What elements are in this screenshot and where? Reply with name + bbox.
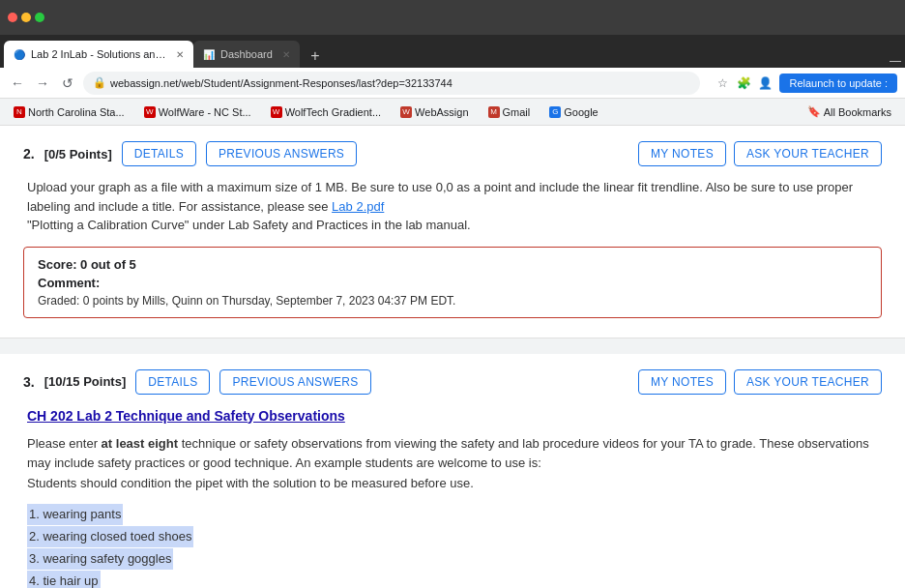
bookmark-webassign[interactable]: W WebAssign — [394, 104, 474, 120]
profile-icon[interactable]: 👤 — [756, 74, 774, 92]
question-2-my-notes-button[interactable]: MY NOTES — [638, 141, 726, 166]
question-3-details-button[interactable]: DETAILS — [135, 369, 210, 395]
observations-description: Please enter at least eight technique or… — [27, 434, 882, 494]
question-2-header: 2. [0/5 Points] DETAILS PREVIOUS ANSWERS… — [23, 141, 882, 166]
forward-button[interactable]: → — [33, 74, 52, 93]
question-2-body: Upload your graph as a file with a maxim… — [27, 178, 882, 235]
google-icon: G — [549, 106, 561, 118]
question-2-prev-answers-button[interactable]: PREVIOUS ANSWERS — [206, 141, 357, 166]
bookmark-google[interactable]: G Google — [543, 104, 603, 120]
answer-item-3: 3. wearing safety goggles — [27, 548, 173, 570]
question-2-number: 2. — [23, 146, 35, 162]
bookmark-star-icon[interactable]: ☆ — [714, 74, 731, 92]
bookmarks-folder-icon: 🔖 — [807, 105, 821, 118]
bookmark-gmail[interactable]: M Gmail — [482, 104, 537, 120]
question-3-block: 3. [10/15 Points] DETAILS PREVIOUS ANSWE… — [0, 354, 905, 589]
refresh-button[interactable]: ↺ — [58, 74, 77, 93]
question-3-body: CH 202 Lab 2 Technique and Safety Observ… — [27, 406, 882, 589]
relaunch-button[interactable]: Relaunch to update : — [779, 74, 897, 93]
bookmark-wolftech[interactable]: W WolfTech Gradient... — [265, 104, 387, 120]
tab2-close-icon[interactable]: ✕ — [282, 49, 290, 60]
answer-list: 1. wearing pants 2. wearing closed toed … — [27, 504, 882, 588]
question-3-my-notes-button[interactable]: MY NOTES — [638, 369, 726, 395]
question-separator — [0, 338, 905, 354]
ncstate-icon: N — [14, 106, 25, 118]
wolftech-icon: W — [271, 106, 282, 118]
minimize-icon[interactable]: — — [890, 54, 901, 68]
question-3-number: 3. — [23, 374, 35, 390]
answer-item-1: 1. wearing pants — [27, 504, 123, 525]
question-3-prev-answers-button[interactable]: PREVIOUS ANSWERS — [219, 369, 370, 395]
question-3-ask-teacher-button[interactable]: ASK YOUR TEACHER — [734, 369, 882, 395]
lab2-pdf-link[interactable]: Lab 2.pdf — [332, 199, 384, 214]
bookmark-ncstate[interactable]: N North Carolina Sta... — [8, 104, 131, 120]
question-2-score: Score: 0 out of 5 — [38, 257, 867, 272]
bookmark-wolfware[interactable]: W WolfWare - NC St... — [138, 104, 257, 120]
address-bar[interactable]: 🔒 webassign.net/web/Student/Assignment-R… — [83, 72, 700, 95]
back-button[interactable]: ← — [8, 74, 27, 93]
question-2-graded-text: Graded: 0 points by Mills, Quinn on Thur… — [38, 294, 867, 308]
tab1-close-icon[interactable]: ✕ — [176, 49, 184, 60]
question-2-details-button[interactable]: DETAILS — [122, 141, 196, 166]
new-tab-button[interactable]: + — [304, 44, 327, 68]
wolfware-icon: W — [144, 106, 156, 118]
tab-dashboard[interactable]: 📊 Dashboard ✕ — [193, 41, 300, 68]
question-2-ask-teacher-button[interactable]: ASK YOUR TEACHER — [734, 141, 882, 166]
tab-lab2[interactable]: 🔵 Lab 2 InLab - Solutions and S... ✕ — [4, 41, 193, 68]
question-3-points: [10/15 Points] — [44, 374, 127, 389]
answer-item-2: 2. wearing closed toed shoes — [27, 526, 193, 547]
extension-icon[interactable]: 🧩 — [735, 74, 752, 92]
question-2-block: 2. [0/5 Points] DETAILS PREVIOUS ANSWERS… — [0, 126, 905, 338]
question-2-comment-label: Comment: — [38, 276, 867, 290]
ch-lab-title: CH 202 Lab 2 Technique and Safety Observ… — [27, 406, 882, 426]
gmail-icon: M — [488, 106, 500, 118]
question-3-header: 3. [10/15 Points] DETAILS PREVIOUS ANSWE… — [23, 369, 882, 395]
bookmark-all[interactable]: 🔖 All Bookmarks — [802, 103, 897, 120]
answer-item-4: 4. tie hair up — [27, 571, 101, 588]
question-2-points: [0/5 Points] — [44, 147, 112, 162]
webassign-icon: W — [400, 106, 412, 118]
question-2-feedback: Score: 0 out of 5 Comment: Graded: 0 poi… — [23, 247, 882, 318]
